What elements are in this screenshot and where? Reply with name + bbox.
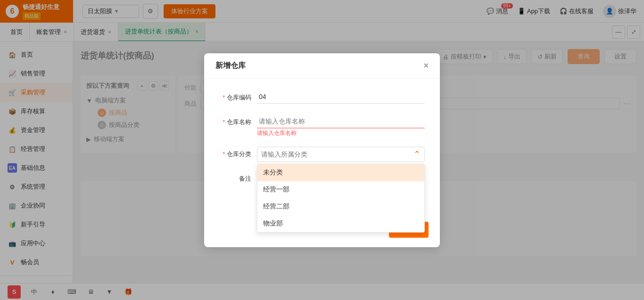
warehouse-name-input[interactable] bbox=[257, 115, 425, 128]
warehouse-name-control: 请输入仓库名称 bbox=[257, 115, 425, 137]
category-dropdown: 未分类 经营一部 经营二部 物业部 bbox=[257, 164, 425, 233]
warehouse-code-input[interactable] bbox=[257, 90, 425, 104]
modal-header: 新增仓库 × bbox=[204, 53, 440, 79]
warehouse-category-input[interactable] bbox=[261, 150, 413, 158]
dropdown-item-unclassified[interactable]: 未分类 bbox=[257, 164, 424, 181]
warehouse-category-control: ⌃ 未分类 经营一部 经营二部 物业部 bbox=[257, 147, 425, 162]
notes-label: 备注 bbox=[219, 171, 257, 186]
form-row-category: 仓库分类 ⌃ 未分类 经营一部 经营二部 物业部 bbox=[219, 147, 425, 162]
warehouse-name-label: 仓库名称 bbox=[219, 115, 257, 130]
modal-title: 新增仓库 bbox=[215, 61, 246, 71]
dropdown-item-dept3[interactable]: 物业部 bbox=[257, 215, 424, 232]
form-row-code: 仓库编码 bbox=[219, 90, 425, 105]
warehouse-code-label: 仓库编码 bbox=[219, 90, 257, 105]
category-select-wrapper[interactable]: ⌃ bbox=[257, 147, 425, 162]
dropdown-item-dept1[interactable]: 经营一部 bbox=[257, 181, 424, 198]
modal-overlay: 新增仓库 × 仓库编码 仓库名称 请输入仓库名称 仓库分类 bbox=[0, 0, 644, 300]
warehouse-code-control bbox=[257, 90, 425, 104]
warehouse-name-error: 请输入仓库名称 bbox=[257, 129, 425, 137]
modal-body: 仓库编码 仓库名称 请输入仓库名称 仓库分类 ⌃ bbox=[204, 79, 440, 218]
category-arrow-icon[interactable]: ⌃ bbox=[413, 149, 421, 159]
dropdown-item-dept2[interactable]: 经营二部 bbox=[257, 198, 424, 215]
form-row-name: 仓库名称 请输入仓库名称 bbox=[219, 115, 425, 137]
add-warehouse-modal: 新增仓库 × 仓库编码 仓库名称 请输入仓库名称 仓库分类 bbox=[204, 53, 440, 247]
modal-close-btn[interactable]: × bbox=[423, 61, 429, 71]
warehouse-category-label: 仓库分类 bbox=[219, 147, 257, 162]
